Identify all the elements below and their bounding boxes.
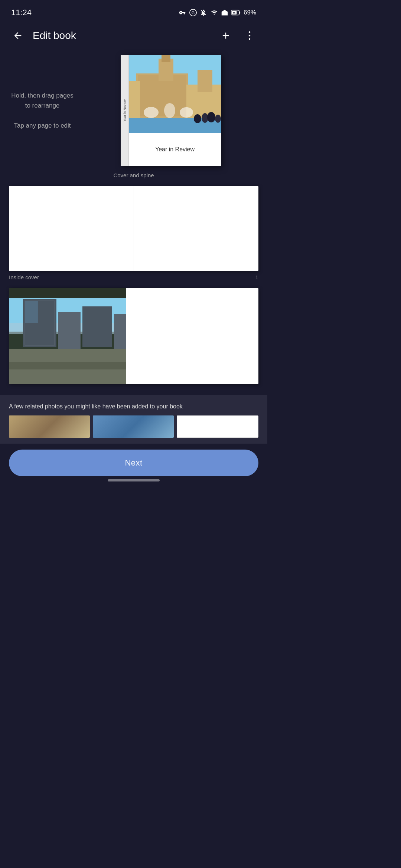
svg-point-23	[207, 112, 215, 122]
cover-book-container[interactable]: Year in Review	[83, 55, 258, 166]
home-indicator	[9, 476, 258, 483]
preview-thumb-3	[177, 415, 258, 438]
svg-text:G: G	[192, 10, 195, 15]
blank-page[interactable]	[126, 288, 258, 384]
svg-rect-35	[25, 301, 38, 323]
preview-thumb-1	[9, 415, 90, 438]
add-button[interactable]	[217, 27, 235, 45]
inside-cover-page[interactable]	[9, 186, 134, 271]
svg-rect-15	[129, 81, 140, 118]
main-content: Hold, then drag pages to rearrange Tap a…	[0, 49, 267, 390]
next-btn-container: Next	[0, 444, 267, 495]
page-title: Edit book	[33, 30, 217, 42]
signal-icon	[221, 9, 228, 16]
notification-preview	[9, 415, 258, 438]
book-spine: Year in Review	[121, 55, 129, 166]
svg-point-8	[249, 38, 251, 40]
city-photo-illustration	[9, 288, 126, 384]
top-bar: Edit book	[0, 22, 267, 49]
g-badge-icon: G	[189, 9, 197, 16]
cover-section: Hold, then drag pages to rearrange Tap a…	[9, 55, 258, 166]
book-title-text: Year in Review	[155, 146, 195, 153]
next-button-label: Next	[125, 458, 142, 468]
page-1[interactable]	[134, 186, 259, 271]
svg-point-20	[180, 107, 193, 118]
battery-percentage: 69%	[244, 9, 256, 16]
home-bar	[108, 479, 160, 481]
svg-rect-32	[114, 314, 126, 349]
svg-point-6	[249, 31, 251, 33]
book-cover-title: Year in Review	[129, 133, 221, 166]
hint-rearrange: Hold, then drag pages to rearrange	[9, 91, 76, 111]
svg-rect-34	[9, 362, 126, 369]
page-1-label: 1	[255, 274, 258, 280]
bell-muted-icon	[200, 9, 207, 16]
key-icon	[178, 9, 186, 16]
svg-rect-31	[82, 306, 112, 347]
svg-point-21	[194, 114, 201, 123]
status-bar: 11:24 G 69 69%	[0, 0, 267, 22]
preview-thumb-2	[93, 415, 174, 438]
book-cover-image	[129, 55, 221, 133]
back-button[interactable]	[9, 27, 27, 45]
svg-point-19	[164, 103, 175, 118]
top-actions	[217, 27, 258, 45]
inside-cover-label: Inside cover	[9, 274, 39, 280]
status-icons: G 69 69%	[178, 9, 256, 16]
more-options-button[interactable]	[241, 27, 258, 45]
svg-rect-30	[58, 312, 81, 349]
spine-text: Year in Review	[123, 99, 127, 122]
book-cover[interactable]: Year in Review	[121, 55, 221, 166]
battery-icon: 69	[231, 9, 241, 16]
hint-edit: Tap any page to edit	[9, 121, 76, 131]
svg-rect-14	[162, 55, 170, 62]
status-time: 11:24	[11, 8, 32, 17]
cover-hint: Hold, then drag pages to rearrange Tap a…	[9, 91, 76, 131]
bellagio-illustration	[129, 55, 221, 133]
svg-point-18	[144, 107, 159, 118]
cover-label: Cover and spine	[9, 172, 258, 178]
next-button[interactable]: Next	[9, 450, 258, 476]
svg-text:69: 69	[233, 12, 236, 14]
svg-point-7	[249, 35, 251, 37]
inside-cover-spread[interactable]	[9, 186, 258, 271]
svg-rect-17	[198, 70, 212, 92]
spread1-labels: Inside cover 1	[9, 274, 258, 280]
photo-spread[interactable]	[9, 288, 258, 384]
notification-banner: A few related photos you might like have…	[0, 395, 267, 444]
svg-rect-25	[9, 288, 126, 298]
svg-rect-3	[239, 11, 240, 14]
notification-text: A few related photos you might like have…	[9, 402, 258, 411]
wifi-icon	[210, 9, 218, 16]
svg-point-24	[215, 115, 221, 123]
city-photo-page[interactable]	[9, 288, 126, 384]
